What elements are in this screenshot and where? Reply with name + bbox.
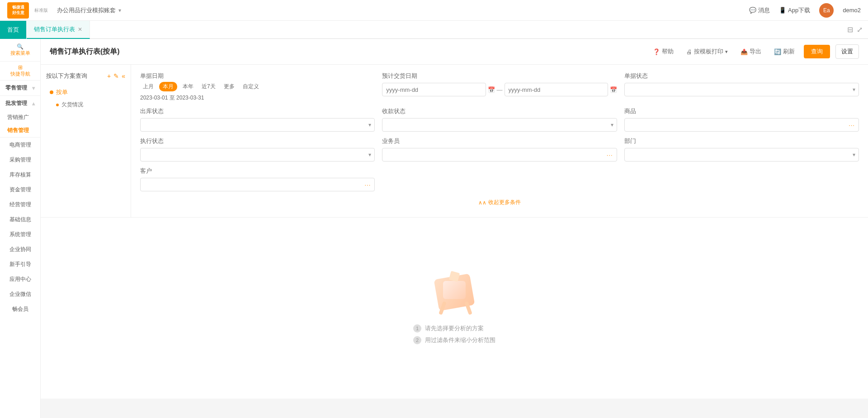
sidebar-item-retail[interactable]: 零售管理 ▾ (0, 81, 40, 95)
app-logo: 畅捷通 好生意 (7, 2, 29, 19)
logo-line1: 畅捷通 (12, 5, 24, 10)
tab-home[interactable]: 首页 (0, 21, 27, 39)
date-tag-last-month[interactable]: 上月 (140, 82, 156, 91)
warehouse-status-select[interactable] (140, 118, 375, 132)
date-tag-7days[interactable]: 近7天 (199, 82, 218, 91)
template-print-button[interactable]: 🖨 按模板打印 ▾ (683, 46, 731, 57)
delivery-label: 预计交货日期 (382, 72, 417, 79)
date-tag-custom[interactable]: 自定义 (240, 82, 262, 91)
settings-button[interactable]: 设置 (835, 44, 859, 59)
username-label[interactable]: demo2 (843, 7, 861, 14)
order-status-label: 单据状态 (624, 72, 648, 79)
page-actions: ❓ 帮助 🖨 按模板打印 ▾ 📤 导出 🔄 刷新 查询 设置 (649, 44, 859, 59)
sidebar-item-wholesale[interactable]: 批发管理 ▴ (0, 96, 40, 111)
sidebar-group-wholesale: 批发管理 ▴ 营销推广 销售管理 (0, 96, 40, 138)
sidebar-search[interactable]: 🔍 搜索菜单 (0, 39, 40, 62)
sidebar-item-wechat[interactable]: 企业微信 (0, 287, 40, 302)
sidebar-item-system[interactable]: 系统管理 (0, 227, 40, 242)
app-download-button[interactable]: 📱 App下载 (779, 6, 810, 14)
edit-scheme-icon[interactable]: ✎ (113, 72, 119, 80)
scheme-dot-icon (50, 90, 53, 94)
customer-dots-button[interactable]: ··· (364, 181, 371, 188)
department-label: 部门 (624, 138, 636, 144)
filter-cell-customer: 客户 ··· (140, 167, 375, 191)
print-icon: 🖨 (686, 48, 692, 55)
salesman-label: 业务员 (382, 138, 400, 144)
collapse-bar[interactable]: ∧∧ 收起更多条件 (140, 195, 859, 210)
salesman-dots-button[interactable]: ··· (607, 152, 613, 158)
date-range-display: 2023-03-01 至 2023-03-31 (140, 94, 375, 102)
filter-cell-date: 单据日期 上月 本月 本年 近7天 更多 自定义 2023-03-01 至 20… (140, 72, 375, 102)
step-2-num: 2 (413, 336, 421, 344)
empty-steps-list: 1 请先选择要分析的方案 2 用过滤条件来缩小分析范围 (413, 324, 495, 344)
empty-state: 1 请先选择要分析的方案 2 用过滤条件来缩小分析范围 (41, 218, 868, 399)
nav-icon: ⊞ (18, 64, 23, 71)
exec-status-label: 执行状态 (140, 138, 164, 144)
collapse-scheme-icon[interactable]: « (122, 72, 125, 80)
user-avatar[interactable]: Ea (819, 3, 834, 18)
filter-content: 单据日期 上月 本月 本年 近7天 更多 自定义 2023-03-01 至 20… (131, 65, 868, 217)
order-status-select[interactable] (624, 83, 859, 96)
order-status-select-wrapper: ▾ (624, 83, 859, 96)
warehouse-status-select-wrapper: ▾ (140, 118, 375, 132)
logo-badge: 标准版 (34, 7, 48, 14)
date-tag-this-year[interactable]: 本年 (180, 82, 196, 91)
tab-expand-icon[interactable]: ⤢ (857, 25, 863, 34)
left-scheme-panel: 按以下方案查询 + ✎ « 按单 欠货情况 (41, 65, 131, 217)
tab-sales-order-exec[interactable]: 销售订单执行表 ✕ (27, 21, 90, 39)
refresh-button[interactable]: 🔄 刷新 (770, 46, 798, 57)
delivery-dash: — (497, 86, 503, 93)
delivery-start-calendar-icon[interactable]: 📅 (488, 86, 495, 93)
industry-selector[interactable]: 办公用品行业模拟账套 ▾ (57, 6, 121, 14)
sidebar-item-ecommerce[interactable]: 电商管理 (0, 138, 40, 152)
scheme-panel-header: 按以下方案查询 + ✎ « (46, 72, 125, 80)
sidebar-item-basic[interactable]: 基础信息 (0, 212, 40, 227)
sidebar-item-newbie[interactable]: 新手引导 (0, 257, 40, 272)
goods-dots-button[interactable]: ··· (849, 122, 855, 128)
filter-row-1: 单据日期 上月 本月 本年 近7天 更多 自定义 2023-03-01 至 20… (140, 72, 859, 102)
collapse-icon: ∧∧ (478, 200, 486, 206)
scheme-sub-dot-icon (56, 104, 59, 106)
help-button[interactable]: ❓ 帮助 (649, 46, 677, 57)
tab-minimize-icon[interactable]: ⊟ (847, 25, 853, 34)
step-1-num: 1 (413, 324, 421, 332)
date-tag-more[interactable]: 更多 (221, 82, 237, 91)
sidebar-item-finance[interactable]: 资金管理 (0, 182, 40, 197)
search-icon: 🔍 (17, 43, 24, 50)
add-scheme-icon[interactable]: + (107, 72, 111, 80)
department-select[interactable] (624, 148, 859, 162)
sidebar-item-inventory[interactable]: 库存核算 (0, 167, 40, 182)
exec-status-select[interactable] (140, 148, 375, 162)
sidebar-item-purchase[interactable]: 采购管理 (0, 152, 40, 167)
sidebar-item-sales[interactable]: 销售管理 (0, 124, 40, 137)
sidebar-item-enterprise[interactable]: 企业协同 (0, 242, 40, 257)
delivery-start-input[interactable] (382, 83, 486, 96)
delivery-end-input[interactable] (505, 83, 608, 96)
sidebar-quick-nav[interactable]: ⊞ 快捷导航 (0, 62, 40, 81)
scheme-item-按单[interactable]: 按单 (46, 86, 125, 99)
tab-bar: 首页 销售订单执行表 ✕ ⊟ ⤢ (0, 21, 868, 39)
filter-cell-warehouse-status: 出库状态 ▾ (140, 107, 375, 132)
query-button[interactable]: 查询 (804, 45, 830, 58)
delivery-end-calendar-icon[interactable]: 📅 (610, 86, 617, 93)
sidebar-item-marketing[interactable]: 营销推广 (0, 111, 40, 124)
date-label: 单据日期 (140, 72, 164, 80)
export-button[interactable]: 📤 导出 (737, 46, 765, 57)
message-icon: 💬 (749, 7, 756, 14)
scheme-sub-欠货情况[interactable]: 欠货情况 (46, 99, 125, 110)
filter-row-4: 客户 ··· (140, 167, 859, 191)
sidebar-item-app-center[interactable]: 应用中心 (0, 272, 40, 287)
collection-status-select[interactable] (382, 118, 617, 132)
print-chevron-icon: ▾ (725, 49, 728, 55)
exec-status-select-wrapper: ▾ (140, 148, 375, 162)
sidebar: 🔍 搜索菜单 ⊞ 快捷导航 零售管理 ▾ 批发管理 ▴ 营销推广 销售管理 电商… (0, 39, 41, 418)
date-tag-this-month[interactable]: 本月 (159, 82, 177, 91)
tab-close-icon[interactable]: ✕ (78, 26, 82, 33)
filter-cell-collection-status: 收款状态 ▾ (382, 107, 617, 132)
empty-illustration (427, 272, 481, 317)
message-button[interactable]: 💬 消息 (749, 6, 770, 14)
help-icon: ❓ (653, 48, 660, 55)
sidebar-item-member[interactable]: 畅会员 (0, 302, 40, 317)
date-tags: 上月 本月 本年 近7天 更多 自定义 (140, 82, 375, 91)
sidebar-item-operations[interactable]: 经营管理 (0, 197, 40, 212)
